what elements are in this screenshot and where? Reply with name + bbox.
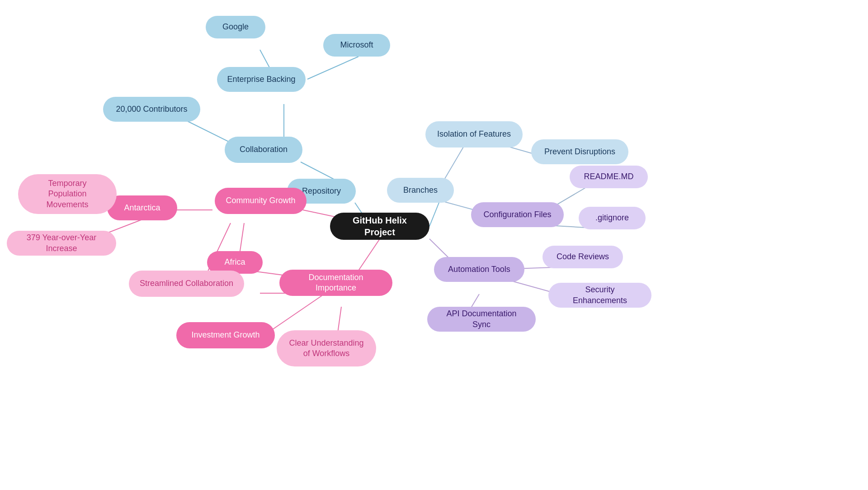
branches-label: Branches (403, 185, 438, 195)
isolation-label: Isolation of Features (437, 129, 511, 139)
doc-importance-label: Documentation Importance (289, 272, 382, 294)
node-microsoft[interactable]: Microsoft (323, 34, 390, 57)
node-gitignore[interactable]: .gitignore (579, 207, 646, 229)
node-contributors[interactable]: 20,000 Contributors (103, 97, 200, 122)
temp-pop-label: Temporary Population Movements (28, 178, 107, 210)
node-streamlined[interactable]: Streamlined Collaboration (129, 271, 244, 297)
node-api-doc[interactable]: API Documentation Sync (427, 307, 536, 332)
node-isolation[interactable]: Isolation of Features (425, 121, 523, 147)
repository-label: Repository (302, 186, 341, 196)
code-reviews-label: Code Reviews (557, 252, 609, 262)
node-investment[interactable]: Investment Growth (176, 322, 275, 348)
center-node: GitHub Helix Project (330, 213, 429, 240)
collaboration-label: Collaboration (240, 144, 288, 155)
streamlined-label: Streamlined Collaboration (140, 278, 233, 289)
node-doc-importance[interactable]: Documentation Importance (279, 270, 392, 296)
node-yoy-increase[interactable]: 379 Year-over-Year Increase (7, 231, 116, 256)
node-code-reviews[interactable]: Code Reviews (542, 246, 623, 268)
gitignore-label: .gitignore (595, 213, 629, 223)
clear-understanding-label: Clear Understanding of Workflows (287, 338, 366, 359)
google-label: Google (222, 22, 249, 32)
microsoft-label: Microsoft (340, 40, 373, 50)
node-prevent[interactable]: Prevent Disruptions (531, 139, 628, 164)
node-readme[interactable]: README.MD (570, 166, 648, 188)
node-collaboration[interactable]: Collaboration (225, 137, 302, 163)
config-files-label: Configuration Files (483, 209, 551, 220)
node-community-growth[interactable]: Community Growth (215, 188, 307, 214)
node-antarctica[interactable]: Antarctica (107, 195, 177, 220)
svg-line-25 (271, 293, 326, 330)
readme-label: README.MD (584, 171, 633, 182)
community-growth-label: Community Growth (226, 195, 295, 206)
security-label: Security Enhancements (558, 285, 642, 306)
node-branches[interactable]: Branches (387, 178, 454, 203)
center-label: GitHub Helix Project (340, 214, 420, 238)
node-google[interactable]: Google (206, 16, 265, 38)
automation-label: Automation Tools (448, 264, 510, 275)
node-config-files[interactable]: Configuration Files (471, 202, 564, 227)
node-automation[interactable]: Automation Tools (434, 257, 524, 282)
africa-label: Africa (224, 257, 245, 267)
prevent-label: Prevent Disruptions (544, 147, 615, 157)
node-enterprise-backing[interactable]: Enterprise Backing (217, 67, 306, 92)
investment-label: Investment Growth (191, 330, 259, 340)
yoy-increase-label: 379 Year-over-Year Increase (17, 233, 106, 254)
enterprise-backing-label: Enterprise Backing (227, 74, 295, 85)
node-clear-understanding[interactable]: Clear Understanding of Workflows (277, 330, 376, 366)
svg-line-5 (307, 57, 359, 79)
antarctica-label: Antarctica (124, 203, 160, 213)
api-doc-label: API Documentation Sync (437, 309, 526, 330)
contributors-label: 20,000 Contributors (116, 104, 187, 114)
svg-line-1 (429, 200, 440, 226)
node-temp-pop[interactable]: Temporary Population Movements (18, 174, 117, 214)
node-security[interactable]: Security Enhancements (548, 283, 651, 308)
